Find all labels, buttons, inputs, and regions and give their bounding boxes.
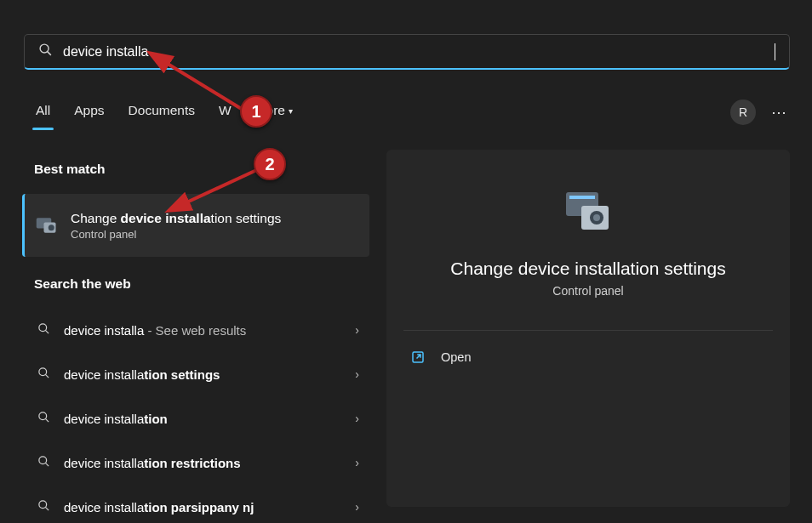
search-icon [37,367,50,382]
detail-title: Change device installation settings [403,259,773,279]
chevron-right-icon: › [355,412,359,425]
web-results-list: device installa - See web results › devi… [22,308,369,523]
web-result-text: device installa - See web results [64,323,246,338]
chevron-right-icon: › [355,500,359,514]
search-icon [37,411,50,426]
open-action[interactable]: Open [403,341,773,373]
search-icon [37,499,50,514]
web-result[interactable]: device installa - See web results › [22,308,369,352]
svg-line-1 [48,52,51,55]
web-result[interactable]: device installation parsippany nj › [22,485,369,523]
user-avatar[interactable]: R [730,99,756,125]
best-match-heading: Best match [34,162,106,177]
search-box[interactable]: device installa [24,34,790,70]
search-icon [38,43,53,60]
overflow-menu-button[interactable]: ⋯ [771,103,788,122]
tab-all[interactable]: All [32,98,54,123]
chevron-down-icon: ▾ [289,106,293,116]
svg-point-0 [40,44,49,53]
annotation-badge-2: 2 [254,148,286,180]
text-cursor [775,43,775,60]
svg-line-14 [45,507,49,510]
web-result[interactable]: device installation settings › [22,352,369,396]
svg-point-7 [39,368,47,376]
chevron-right-icon: › [355,323,359,337]
detail-subtitle: Control panel [403,284,773,298]
web-result-text: device installation restrictions [64,456,241,470]
result-detail-panel: Change device installation settings Cont… [386,150,790,507]
best-match-result[interactable]: Change device installation settings Cont… [22,194,369,257]
svg-point-4 [49,225,54,230]
chevron-right-icon: › [355,367,359,381]
best-match-title: Change device installation settings [71,210,281,227]
search-icon [37,322,50,338]
web-result-text: device installation parsippany nj [64,500,254,514]
web-result-text: device installation settings [64,367,220,382]
web-result[interactable]: device installation › [22,396,369,441]
search-web-heading: Search the web [34,276,131,292]
device-settings-icon [35,213,59,237]
svg-point-9 [39,412,47,420]
web-result-text: device installation [64,412,168,426]
tab-apps[interactable]: Apps [71,98,107,123]
search-icon [37,455,50,470]
tab-web[interactable]: W [215,98,235,123]
svg-line-8 [45,374,49,378]
web-result[interactable]: device installation restrictions › [22,441,369,485]
svg-point-5 [39,324,47,332]
annotation-badge-1: 1 [240,95,272,128]
header-right: R ⋯ [730,99,788,125]
svg-line-10 [45,418,49,422]
open-label: Open [441,350,471,364]
svg-point-11 [39,457,47,464]
search-input[interactable]: device installa [63,44,775,60]
svg-point-13 [39,501,47,509]
svg-rect-16 [569,196,595,199]
svg-line-6 [45,330,49,333]
chevron-right-icon: › [355,456,359,469]
svg-line-12 [45,463,49,466]
divider [403,330,773,331]
tab-documents[interactable]: Documents [125,98,198,123]
svg-point-19 [593,214,600,221]
best-match-subtitle: Control panel [71,228,281,241]
open-external-icon [410,350,426,365]
device-settings-icon-large [561,184,615,238]
